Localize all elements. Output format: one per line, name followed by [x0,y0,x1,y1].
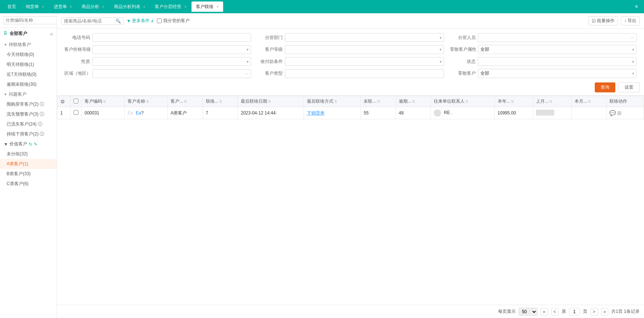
tab-purchase-close[interactable]: × [70,5,72,9]
overdue-sort-icon[interactable]: ⇅ [412,99,415,103]
filter-phone-control[interactable] [92,33,251,42]
last-month-sort-icon[interactable]: ⇅ [549,99,552,103]
filter-phone-input[interactable] [95,35,248,40]
sidebar-item-declining[interactable]: 持续下滑客户(2) ⓘ [0,129,57,139]
filter-manager-control[interactable]: ··· [478,33,637,42]
tab-sales[interactable]: 销货单 × [21,1,49,12]
next-page-button[interactable]: > [590,308,598,315]
filter-payment-control[interactable]: ▾ [285,57,444,66]
filter-manager-dots[interactable]: ··· [630,35,634,40]
filter-customer-type-control[interactable] [285,69,444,78]
page-size-select[interactable]: 50 100 200 [519,308,537,316]
contact-person-sort-icon[interactable]: ⇅ [465,99,468,103]
value-edit-button[interactable]: ✎ [34,142,37,147]
all-customer-label: ⠿ 全部客户 [4,31,27,37]
row-name-text[interactable]: Ea [136,110,141,116]
sidebar-item-class-b[interactable]: B类客户(33) [0,169,57,179]
tab-analysis-list-close[interactable]: × [143,5,146,9]
last-method-sort-icon[interactable]: ⇅ [334,99,337,103]
last-page-button[interactable]: » [601,308,609,315]
name-sort-icon[interactable]: ⇅ [146,99,149,103]
filter-nature-control[interactable]: ▾ [92,57,251,66]
sidebar-search-input[interactable] [3,16,57,24]
value-refresh-button[interactable]: ↻ [29,142,32,147]
sidebar-item-lost-warning[interactable]: 流失预警客户(3) ⓘ [0,109,57,119]
my-customer-filter[interactable]: 我分管的客户 [157,18,190,24]
sidebar-item-tomorrow[interactable]: 明天待联络(1) [0,60,57,70]
sidebar-item-abnormal[interactable]: 囤购异常客户(2) ⓘ [0,99,57,109]
filter-region-control[interactable]: ··· [92,69,251,78]
sidebar-item-ungroup[interactable]: 未分组(32) [0,149,57,159]
export-button[interactable]: ↑ 导出 [621,16,640,25]
filter-more-button[interactable]: ▼ 更多条件 ∧ [126,18,154,24]
filter-price-level-control[interactable]: ▾ [92,45,251,54]
filter-manager-input[interactable] [480,35,630,40]
this-month-sort-icon[interactable]: ⇅ [588,99,591,103]
row-chat-button[interactable]: 💬 [609,110,616,116]
select-all-checkbox[interactable] [74,99,78,103]
filter-dept-control[interactable]: ▾ [285,33,444,42]
sidebar-item-class-a[interactable]: A类客户(1) [0,159,57,169]
filter-retail-attr-control[interactable]: 全部 ▾ [478,45,637,54]
sidebar-item-overdue[interactable]: 逾期未联络(30) [0,80,57,89]
filter-search-box: 🔍 [61,17,124,25]
row-last-method-value[interactable]: 下销货单 [307,110,325,116]
tab-analysis[interactable]: 商品分析 × [77,1,109,12]
column-settings-button[interactable]: ⚙ [60,99,65,105]
filter-customer-level-control[interactable]: ▾ [285,45,444,54]
ctype-sort-icon[interactable]: ⇅ [184,99,187,103]
tab-customer-tier-close[interactable]: × [184,5,186,9]
filter-retail-attr-arrow-icon: ▾ [632,47,634,52]
tab-customer-contact[interactable]: 客户联络 × [192,1,223,12]
filter-customer-level-label: 客户等级 [257,46,283,53]
first-page-button[interactable]: « [540,308,548,315]
batch-op-button[interactable]: ☑ 批量操作 [588,16,618,25]
tab-customer-contact-close[interactable]: × [217,5,219,9]
sidebar-collapse-button[interactable]: « [50,31,53,37]
sidebar-section-pending[interactable]: ▼ 待联络客户 [0,40,57,50]
tab-sales-close[interactable]: × [42,5,44,9]
code-sort-icon[interactable]: ⇅ [103,99,106,103]
filter-search-input[interactable] [64,18,115,24]
query-button[interactable]: 查询 [595,82,615,92]
my-customer-checkbox[interactable] [157,18,162,23]
sidebar-section-problem[interactable]: ▼ 问题客户 [0,89,57,99]
sidebar-item-class-c[interactable]: C类客户(6) [0,179,57,189]
tab-home[interactable]: 首页 [3,1,21,12]
sidebar-item-today[interactable]: 今天待联络(0) [0,50,57,60]
filter-retail-arrow-icon: ▾ [632,71,634,75]
filter-customer-level-arrow-icon: ▾ [440,47,441,52]
tab-analysis-close[interactable]: × [102,5,104,9]
sidebar-section-value[interactable]: ▼ 价值客户 ↻ ✎ [0,139,57,149]
sidebar-item-lost[interactable]: 已流失客户(24) ⓘ [0,119,57,129]
tab-customer-tier[interactable]: 客户分层经营 × [150,1,191,12]
last-date-sort-icon[interactable]: ⇅ [268,99,271,103]
filter-search-icon[interactable]: 🔍 [115,18,121,24]
row-qr-button[interactable]: ⊞ [617,110,622,116]
this-year-sort-icon[interactable]: ⇅ [511,99,514,103]
tab-purchase[interactable]: 进货单 × [49,1,76,12]
action-row: 查询 设置 [57,81,644,95]
filter-status-control[interactable]: ▾ [478,57,637,66]
filter-region-input[interactable] [95,71,245,76]
sidebar-item-7days[interactable]: 近7天待联络(0) [0,70,57,80]
tab-analysis-list[interactable]: 商品分析列表 × [110,1,150,12]
filter-customer-type-input[interactable] [287,71,441,76]
row-actions: 💬 ⊞ [607,107,644,119]
filter-region-dots[interactable]: ··· [245,71,248,76]
tab-customer-tier-label: 客户分层经营 [155,4,181,10]
row-checkbox[interactable] [74,110,78,115]
th-no-contact: 未联...⇅ [361,96,396,107]
prev-page-button[interactable]: < [551,308,559,315]
contact-count-sort-icon[interactable]: ⇅ [219,99,222,103]
no-contact-sort-icon[interactable]: ⇅ [377,99,380,103]
row-contact-person: RE . [431,107,494,119]
filter-retail-control[interactable]: 全部 ▾ [478,69,637,78]
current-page-input[interactable] [569,308,580,315]
pagination-bar: 每页显示 50 100 200 « < 第 页 > » 共1页 1条记录 [57,305,644,318]
export-icon: ↑ [624,18,626,24]
batch-op-label: 批量操作 [597,18,615,24]
th-ctype-label: 客户... [171,98,183,105]
setting-button[interactable]: 设置 [618,82,640,92]
close-all-tabs-button[interactable]: × [632,2,641,11]
